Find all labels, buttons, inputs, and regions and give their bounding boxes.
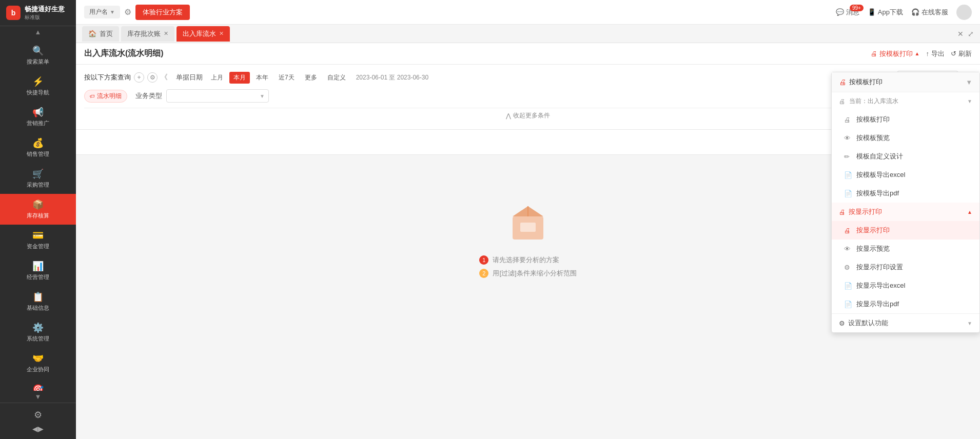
- tabs-bar: 🏠 首页 库存批次账 ✕ 出入库流水 ✕ ✕ ⤢: [76, 25, 980, 43]
- date-btn-custom[interactable]: 自定义: [323, 72, 350, 84]
- date-btn-more[interactable]: 更多: [301, 72, 321, 84]
- dropdown-section-display[interactable]: 🖨 按显示打印 ▲: [832, 203, 979, 221]
- tab-batch-account-close[interactable]: ✕: [164, 30, 168, 37]
- win-close-icon[interactable]: ✕: [957, 30, 964, 38]
- topbar-left: 用户名 ▼ ⚙ 体验行业方案: [84, 5, 830, 20]
- sidebar-item-basic[interactable]: 📋 基础信息: [0, 286, 76, 317]
- topbar-right: 💬 消息 99+ 📱 App下载 🎧 在线客服: [836, 5, 972, 20]
- logo-icon: b: [6, 6, 21, 20]
- user-selector[interactable]: 用户名 ▼: [84, 6, 120, 18]
- finance-icon: 💳: [32, 230, 44, 241]
- custom-icon-item: ✏: [844, 153, 852, 161]
- dropdown-footer-label: ⚙ 设置默认功能: [839, 318, 888, 328]
- export-btn[interactable]: ↑ 导出: [926, 49, 945, 58]
- dropdown-item-display-settings[interactable]: ⚙ 按显示打印设置: [832, 258, 979, 276]
- dropdown-item-template-pdf[interactable]: 📄 按模板导出pdf: [832, 184, 979, 203]
- sidebar-item-marketing[interactable]: 📢 营销推广: [0, 102, 76, 132]
- empty-illustration: [502, 196, 554, 247]
- date-btn-this-year[interactable]: 本年: [252, 72, 272, 84]
- sidebar-logo: b 畅捷通好生意 标准版: [0, 0, 76, 26]
- section-printer-icon: 🖨: [839, 208, 846, 216]
- filter-settings-btn[interactable]: ⚙: [147, 72, 158, 83]
- basic-icon: 📋: [32, 291, 44, 303]
- content-area: 出入库流水(流水明细) 🖨 按模板打印 ▲ ↑ 导出 ↺ 刷新: [76, 43, 980, 439]
- dropdown-current[interactable]: 🖨 当前：出入库流水 ▼: [832, 92, 979, 110]
- date-options: 上月 本月 本年 近7天 更多 自定义 2023-06-01 至 2023-06…: [207, 72, 428, 84]
- sidebar-item-guide[interactable]: 🎯 新手引导: [0, 378, 76, 391]
- dropdown-header-chevron[interactable]: ▼: [966, 78, 972, 86]
- dropdown-panel: 🖨 按模板打印 ▼ 🖨 当前：出入库流水 ▼ 🖨 按模板打印: [831, 72, 980, 333]
- dropdown-item-display-excel[interactable]: 📄 按显示导出excel: [832, 276, 979, 295]
- filter-collapse-icon[interactable]: 《: [161, 73, 168, 82]
- app-download-btn[interactable]: 📱 App下载: [868, 8, 903, 17]
- dropdown-footer[interactable]: ⚙ 设置默认功能 ▼: [832, 313, 979, 332]
- industry-btn[interactable]: 体验行业方案: [135, 5, 190, 20]
- message-btn[interactable]: 💬 消息 99+: [836, 8, 859, 17]
- sidebar-item-quick-nav[interactable]: ⚡ 快捷导航: [0, 71, 76, 102]
- tab-flow[interactable]: 出入库流水 ✕: [177, 26, 230, 42]
- date-btn-last-month[interactable]: 上月: [207, 72, 227, 84]
- empty-steps-list: 1 请先选择要分析的方案 2 用[过滤]条件来缩小分析范围: [479, 255, 576, 282]
- sidebar-settings-icon[interactable]: ⚙: [34, 409, 42, 421]
- refresh-btn[interactable]: ↺ 刷新: [951, 49, 972, 58]
- sidebar-scroll-up[interactable]: ▲: [0, 26, 76, 38]
- dropdown-item-template-custom[interactable]: ✏ 模板自定义设计: [832, 147, 979, 166]
- business-type-field: 业务类型 ▼: [135, 89, 269, 103]
- logo-text: 畅捷通好生意 标准版: [25, 5, 65, 21]
- sidebar-scroll-down[interactable]: ▼: [0, 391, 76, 403]
- online-service-btn[interactable]: 🎧 在线客服: [911, 8, 948, 17]
- sidebar-item-cooperation[interactable]: 🤝 企业协同: [0, 348, 76, 378]
- display-printer-icon: 🖨: [844, 227, 852, 234]
- sidebar-item-operations[interactable]: 📊 经营管理: [0, 255, 76, 286]
- sidebar-bottom: ⚙ ◀▶: [0, 403, 76, 439]
- page-title: 出入库流水(流水明细): [84, 48, 164, 59]
- dropdown-item-template-print[interactable]: 🖨 按模板打印: [832, 110, 979, 129]
- business-type-select[interactable]: [166, 89, 269, 103]
- filter-add-btn[interactable]: +: [134, 72, 144, 83]
- filter-section-label: 按以下方案查询 + ⚙ 《: [84, 72, 168, 83]
- tab-flow-close[interactable]: ✕: [219, 30, 224, 37]
- date-btn-last-7-days[interactable]: 近7天: [275, 72, 299, 84]
- footer-arrow: ▼: [967, 321, 972, 326]
- tab-home[interactable]: 🏠 首页: [82, 26, 119, 42]
- sidebar-item-inventory[interactable]: 📦 库存核算: [0, 194, 76, 225]
- printer-icon-item: 🖨: [844, 116, 852, 124]
- sidebar-item-finance[interactable]: 💳 资金管理: [0, 225, 76, 255]
- user-avatar[interactable]: [956, 5, 972, 20]
- date-filter-field: 单据日期 上月 本月 本年 近7天 更多 自定义 2023-06-01 至 20…: [176, 72, 428, 84]
- sidebar-item-search[interactable]: 🔍 搜索菜单: [0, 40, 76, 71]
- dropdown-item-display-preview[interactable]: 👁 按显示预览: [832, 240, 979, 258]
- filter-tag-icon: 🏷: [90, 93, 95, 99]
- date-range-display: 2023-06-01 至 2023-06-30: [356, 73, 428, 82]
- win-maximize-icon[interactable]: ⤢: [968, 30, 974, 38]
- dropdown-item-template-preview[interactable]: 👁 按模板预览: [832, 129, 979, 147]
- dropdown-item-template-excel[interactable]: 📄 按模板导出excel: [832, 166, 979, 184]
- win-controls: ✕ ⤢: [957, 30, 974, 38]
- topbar-settings-icon[interactable]: ⚙: [124, 7, 131, 17]
- printer-icon-header: 🖨: [839, 78, 846, 86]
- display-pdf-icon: 📄: [844, 301, 852, 308]
- current-icon: 🖨: [839, 98, 845, 105]
- sidebar-item-purchase[interactable]: 🛒 采购管理: [0, 163, 76, 194]
- sidebar-item-sales[interactable]: 💰 销售管理: [0, 132, 76, 163]
- dropdown-item-display-print[interactable]: 🖨 按显示打印: [832, 221, 979, 240]
- sidebar-nav: 🔍 搜索菜单 ⚡ 快捷导航 📢 营销推广 💰 销售管理 🛒 采购管理 📦: [0, 38, 76, 391]
- dropdown-item-display-pdf[interactable]: 📄 按显示导出pdf: [832, 295, 979, 313]
- empty-step-2: 2 用[过滤]条件来缩小分析范围: [479, 269, 576, 278]
- dropdown-section-label: 🖨 按显示打印: [839, 207, 882, 216]
- refresh-icon: ↺: [951, 50, 956, 57]
- sidebar-collapse-icon[interactable]: ◀▶: [32, 425, 44, 433]
- system-icon: ⚙️: [32, 322, 44, 333]
- current-arrow: ▼: [967, 98, 972, 104]
- quick-nav-icon: ⚡: [32, 76, 44, 87]
- sidebar-item-system[interactable]: ⚙️ 系统管理: [0, 317, 76, 348]
- page-actions: 🖨 按模板打印 ▲ ↑ 导出 ↺ 刷新: [871, 49, 972, 58]
- sidebar: b 畅捷通好生意 标准版 ▲ 🔍 搜索菜单 ⚡ 快捷导航 📢 营销推广 💰 销售: [0, 0, 76, 439]
- date-btn-this-month[interactable]: 本月: [229, 72, 250, 84]
- user-dropdown-icon: ▼: [110, 9, 115, 15]
- tab-batch-account[interactable]: 库存批次账 ✕: [121, 26, 174, 42]
- section-chevron-up: ▲: [967, 209, 972, 215]
- export-icon: ↑: [926, 50, 930, 57]
- filter-tag-water-detail[interactable]: 🏷 流水明细: [84, 90, 127, 103]
- template-print-btn[interactable]: 🖨 按模板打印 ▲: [871, 49, 920, 58]
